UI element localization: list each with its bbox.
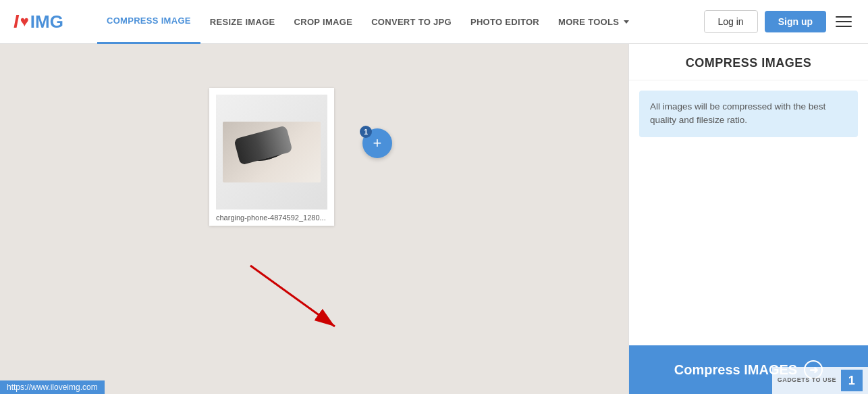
chevron-down-icon: [624, 20, 629, 24]
logo-img: IMG: [30, 11, 63, 32]
logo-i: I: [13, 11, 19, 32]
hamburger-menu[interactable]: [833, 11, 855, 32]
plus-icon: +: [373, 136, 382, 151]
header: I ♥ IMG COMPRESS IMAGE RESIZE IMAGE CROP…: [0, 0, 868, 44]
nav-item-photo-editor[interactable]: PHOTO EDITOR: [461, 0, 549, 44]
image-card: charging-phone-4874592_1280...: [209, 88, 334, 226]
nav-item-more-tools[interactable]: MORE TOOLS: [549, 0, 639, 44]
logo-heart-icon: ♥: [20, 13, 29, 30]
nav-item-compress[interactable]: COMPRESS IMAGE: [97, 0, 200, 44]
main-content: charging-phone-4874592_1280... 1 + COMPR…: [0, 44, 868, 394]
sidebar: COMPRESS IMAGES All images will be compr…: [628, 44, 868, 394]
hamburger-line-2: [836, 21, 852, 22]
image-count-badge: 1: [360, 126, 372, 138]
image-preview: [216, 95, 327, 210]
work-area: charging-phone-4874592_1280... 1 +: [0, 44, 628, 394]
logo[interactable]: I ♥ IMG: [13, 11, 63, 32]
sidebar-title: COMPRESS IMAGES: [629, 44, 868, 80]
more-tools-label: MORE TOOLS: [558, 17, 619, 27]
watermark-text: GADGETS TO USE: [778, 376, 836, 383]
nav-item-resize[interactable]: RESIZE IMAGE: [200, 0, 285, 44]
image-filename: charging-phone-4874592_1280...: [216, 214, 327, 222]
signup-button[interactable]: Sign up: [765, 11, 826, 32]
image-thumbnail: [216, 95, 327, 210]
header-actions: Log in Sign up: [704, 10, 855, 33]
info-box: All images will be compressed with the b…: [639, 91, 858, 137]
hamburger-line-1: [836, 16, 852, 18]
nav-item-crop[interactable]: CROP IMAGE: [285, 0, 362, 44]
arrow-indicator: [223, 259, 358, 340]
watermark: GADGETS TO USE 1: [772, 367, 868, 394]
login-button[interactable]: Log in: [704, 10, 758, 33]
url-bar: https://www.iloveimg.com: [0, 380, 105, 394]
svg-line-1: [250, 266, 335, 326]
image-detail: [248, 135, 292, 165]
hamburger-line-3: [836, 26, 852, 27]
add-more-button[interactable]: 1 +: [362, 128, 392, 158]
main-nav: COMPRESS IMAGE RESIZE IMAGE CROP IMAGE C…: [97, 0, 684, 44]
arrow-svg: [223, 259, 358, 340]
sidebar-footer: GADGETS TO USE 1 Compress IMAGES ➜: [629, 345, 868, 394]
nav-item-convert[interactable]: CONVERT TO JPG: [362, 0, 461, 44]
